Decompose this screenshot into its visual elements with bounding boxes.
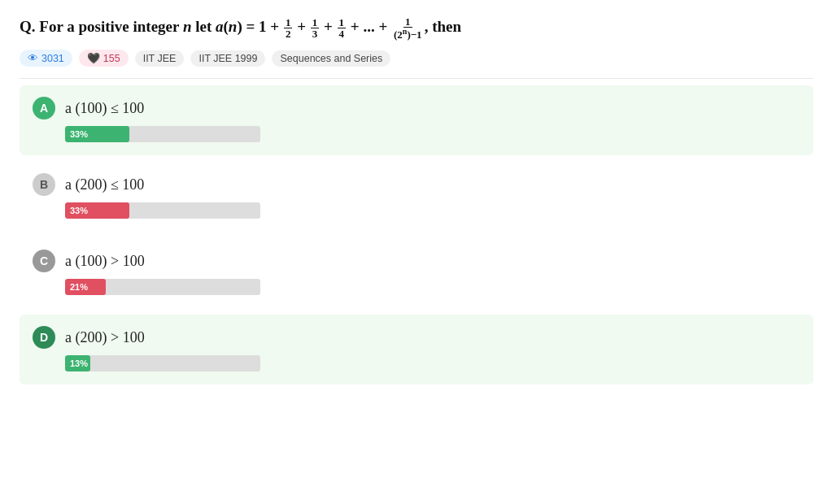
option-d-percent: 13% [70, 358, 88, 368]
divider [20, 78, 813, 79]
likes-count: 155 [103, 53, 120, 64]
option-c-text: a (100) > 100 [65, 253, 145, 270]
option-a-text: a (100) ≤ 100 [65, 100, 144, 117]
option-c[interactable]: C a (100) > 100 21% [20, 238, 813, 308]
option-d-text: a (200) > 100 [65, 329, 145, 346]
tag-iit-jee-label: IIT JEE [143, 53, 177, 64]
option-c-row: C a (100) > 100 [33, 250, 800, 272]
options-list: A a (100) ≤ 100 33% B a (200) ≤ 100 [20, 85, 813, 391]
option-c-progress-bar: 21% [65, 279, 106, 295]
option-b-progress-container: 33% [65, 202, 260, 219]
option-a-row: A a (100) ≤ 100 [33, 97, 800, 119]
tag-iit-jee[interactable]: IIT JEE [135, 50, 185, 67]
option-b-text: a (200) ≤ 100 [65, 176, 144, 193]
option-a-badge: A [33, 97, 55, 119]
fraction-last: 1 (2n)−1 [392, 16, 424, 40]
option-a[interactable]: A a (100) ≤ 100 33% [20, 85, 813, 155]
eye-icon: 👁 [28, 52, 38, 64]
page-container: Q. For a positive integer n let a(n) = 1… [0, 0, 833, 411]
views-count: 3031 [41, 53, 64, 64]
option-a-progress-container: 33% [65, 126, 260, 142]
heart-icon: 🖤 [87, 52, 100, 64]
option-a-progress-bar: 33% [65, 126, 129, 142]
option-b-row: B a (200) ≤ 100 [33, 173, 800, 196]
then-label: then [432, 18, 461, 35]
option-d[interactable]: D a (200) > 100 13% [20, 315, 813, 385]
likes-tag: 🖤 155 [79, 50, 129, 67]
tag-iit-jee-1999-label: IIT JEE 1999 [198, 53, 257, 64]
fraction-half: 1 2 [284, 17, 293, 39]
views-tag: 👁 3031 [20, 50, 72, 67]
option-d-row: D a (200) > 100 [33, 326, 800, 349]
var-n: n [183, 18, 192, 35]
option-b[interactable]: B a (200) ≤ 100 33% [20, 162, 813, 232]
tag-iit-jee-1999[interactable]: IIT JEE 1999 [190, 50, 265, 67]
option-c-percent: 21% [70, 282, 88, 292]
tags-row: 👁 3031 🖤 155 IIT JEE IIT JEE 1999 Sequen… [20, 50, 813, 67]
question-text: Q. For a positive integer n let a(n) = 1… [20, 15, 813, 40]
option-d-progress-bar: 13% [65, 355, 90, 371]
option-c-progress-container: 21% [65, 279, 260, 295]
tag-sequences-label: Sequences and Series [280, 53, 382, 64]
option-d-badge: D [33, 326, 55, 349]
question-header: Q. For a positive integer n let a(n) = 1… [20, 15, 813, 67]
option-c-badge: C [33, 250, 55, 272]
option-b-progress-bar: 33% [65, 202, 129, 219]
tag-sequences[interactable]: Sequences and Series [272, 50, 390, 67]
fraction-quarter: 1 4 [338, 17, 347, 39]
option-b-percent: 33% [70, 206, 88, 215]
option-a-percent: 33% [70, 129, 88, 139]
option-b-badge: B [33, 173, 55, 196]
fraction-third: 1 3 [311, 17, 320, 39]
option-d-progress-container: 13% [65, 355, 260, 371]
formula: a [216, 18, 224, 35]
